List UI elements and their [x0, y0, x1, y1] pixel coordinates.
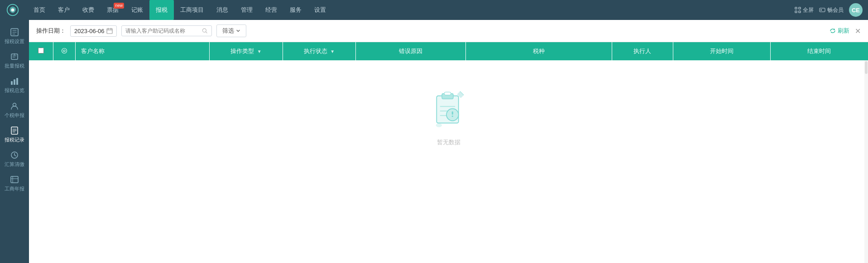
nav-business[interactable]: 工商项目 [174, 0, 210, 20]
nav-home[interactable]: 首页 [27, 0, 52, 20]
svg-rect-5 [799, 11, 801, 13]
svg-rect-3 [799, 7, 801, 9]
svg-point-27 [436, 123, 441, 127]
svg-rect-17 [107, 29, 112, 34]
svg-rect-11 [14, 79, 15, 85]
refresh-label: 刷新 [838, 27, 849, 35]
sidebar-label-tax-settings: 报税设置 [5, 39, 24, 44]
svg-point-26 [451, 116, 453, 117]
exec-status-filter-icon: ▼ [330, 49, 335, 54]
app-logo[interactable] [5, 3, 20, 17]
sidebar-item-tax-records[interactable]: 报税记录 [0, 122, 29, 146]
svg-point-20 [63, 50, 65, 52]
top-nav-right: 全屏 畅会员 CE [795, 3, 863, 17]
fullscreen-button[interactable]: 全屏 [795, 6, 814, 14]
search-icon [202, 28, 208, 34]
nav-items: 首页 客户 收费 票据 new 记账 报税 工商项目 消息 管理 经营 服务 设… [27, 0, 795, 20]
search-input[interactable] [125, 28, 199, 34]
svg-point-19 [62, 48, 67, 53]
nav-bookkeeping[interactable]: 记账 [125, 0, 149, 20]
svg-rect-12 [16, 78, 18, 85]
th-checkbox[interactable] [29, 42, 53, 60]
member-label: 畅会员 [827, 6, 844, 14]
chevron-down-icon [236, 29, 240, 33]
sidebar-item-personal-tax[interactable]: 个税申报 [0, 97, 29, 122]
search-input-wrap[interactable] [121, 25, 212, 36]
select-all-checkbox[interactable] [38, 48, 44, 54]
svg-rect-16 [11, 176, 18, 183]
calendar-icon [106, 28, 113, 34]
tax-settings-icon [10, 27, 19, 37]
nav-billing[interactable]: 收费 [76, 0, 101, 20]
sidebar-item-tax-overview[interactable]: 报税总览 [0, 73, 29, 97]
sidebar: 报税设置 批量报税 报税总览 [0, 20, 29, 263]
nav-service[interactable]: 服务 [283, 0, 308, 20]
filter-label: 筛选 [222, 27, 234, 35]
filter-button[interactable]: 筛选 [216, 24, 246, 37]
toolbar-right: 刷新 ✕ [830, 27, 861, 35]
fullscreen-label: 全屏 [803, 6, 814, 14]
nav-operations[interactable]: 经营 [259, 0, 283, 20]
sidebar-item-annual-tax[interactable]: 汇算清缴 [0, 146, 29, 171]
nav-tax[interactable]: 报税 [149, 0, 174, 20]
svg-rect-6 [820, 8, 825, 12]
th-error-reason: 错误原因 [356, 42, 465, 60]
annual-tax-icon [10, 150, 19, 160]
toolbar: 操作日期： 2023-06-06 筛选 [29, 20, 868, 42]
personal-tax-icon [10, 101, 19, 111]
member-button[interactable]: 畅会员 [819, 6, 844, 14]
nav-invoice[interactable]: 票据 new [101, 0, 125, 20]
sidebar-label-annual-tax: 汇算清缴 [5, 161, 24, 167]
top-navigation: 首页 客户 收费 票据 new 记账 报税 工商项目 消息 管理 经营 服务 设… [0, 0, 868, 20]
th-customer-name: 客户名称 [75, 42, 209, 60]
sidebar-item-batch-tax[interactable]: 批量报税 [0, 48, 29, 73]
th-end-time: 结束时间 [770, 42, 868, 60]
scroll-thumb [865, 61, 868, 74]
th-tax-type: 税种 [465, 42, 612, 60]
th-start-time: 开始时间 [673, 42, 770, 60]
sidebar-label-batch-tax: 批量报税 [5, 63, 24, 69]
empty-text: 暂无数据 [437, 138, 460, 146]
sidebar-item-annual-report[interactable]: 工商年报 [0, 171, 29, 195]
refresh-icon [830, 28, 836, 34]
sidebar-item-tax-settings[interactable]: 报税设置 [0, 24, 29, 48]
empty-illustration [426, 88, 471, 133]
svg-rect-10 [11, 81, 13, 85]
svg-rect-2 [795, 7, 797, 9]
empty-state: 暂无数据 [29, 60, 868, 165]
table-wrapper: 客户名称 操作类型 ▼ 执行状态 ▼ 错误原因 [29, 42, 868, 263]
sidebar-label-tax-overview: 报税总览 [5, 88, 24, 93]
sidebar-label-annual-report: 工商年报 [5, 186, 24, 192]
svg-rect-23 [444, 92, 451, 95]
th-op-type[interactable]: 操作类型 ▼ [210, 42, 283, 60]
date-value: 2023-06-06 [74, 28, 105, 34]
svg-rect-7 [820, 10, 822, 10]
column-setting-icon [61, 48, 67, 54]
new-badge: new [114, 3, 124, 9]
close-button[interactable]: ✕ [855, 27, 861, 35]
tax-overview-icon [10, 76, 19, 86]
records-table: 客户名称 操作类型 ▼ 执行状态 ▼ 错误原因 [29, 42, 868, 165]
nav-settings[interactable]: 设置 [308, 0, 332, 20]
th-executor: 执行人 [612, 42, 673, 60]
svg-point-24 [446, 109, 459, 121]
annual-report-icon [10, 175, 19, 185]
svg-rect-25 [451, 112, 453, 115]
nav-message[interactable]: 消息 [210, 0, 235, 20]
refresh-button[interactable]: 刷新 [830, 27, 849, 35]
user-avatar[interactable]: CE [849, 3, 863, 17]
batch-tax-icon [10, 52, 19, 62]
tax-records-icon [10, 126, 19, 136]
sidebar-label-personal-tax: 个税申报 [5, 112, 24, 118]
sidebar-label-tax-records: 报税记录 [5, 137, 24, 143]
scroll-indicator[interactable] [864, 60, 868, 263]
date-picker[interactable]: 2023-06-06 [70, 25, 117, 37]
th-setting[interactable] [53, 42, 75, 60]
th-exec-status[interactable]: 执行状态 ▼ [283, 42, 356, 60]
main-layout: 报税设置 批量报税 报税总览 [0, 20, 868, 263]
content-area: 操作日期： 2023-06-06 筛选 [29, 20, 868, 263]
nav-manage[interactable]: 管理 [235, 0, 259, 20]
op-type-filter-icon: ▼ [257, 49, 262, 54]
svg-rect-4 [795, 11, 797, 13]
nav-customer[interactable]: 客户 [52, 0, 76, 20]
